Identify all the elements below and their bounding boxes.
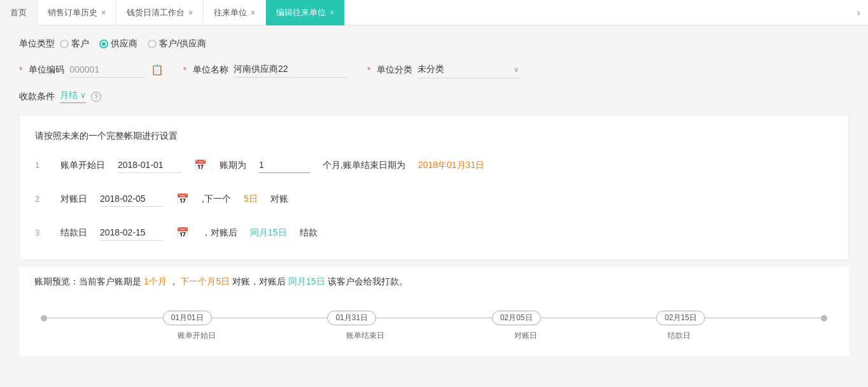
payment-condition-value: 月结	[60, 90, 78, 101]
payment-date-input[interactable]	[100, 225, 164, 241]
unit-type-radio-group: 客户 供应商 客户/供应商	[60, 38, 206, 50]
radio-supplier[interactable]: 供应商	[99, 38, 137, 50]
preview-sep2: 对账，对账后	[232, 276, 286, 286]
timeline-label-4: 结款日	[668, 330, 690, 341]
code-required-star: *	[19, 65, 22, 75]
unit-type-row: 单位类型 客户 供应商 客户/供应商	[19, 38, 849, 50]
preview-section: 账期预览：当前客户账期是 1个月 ， 下一个月5日 对账，对账后 同月15日 该…	[19, 265, 849, 298]
reconcile-date-input[interactable]	[100, 191, 164, 207]
timeline-label-2: 账单结束日	[346, 330, 384, 341]
reconcile-date-cal-icon[interactable]: 📅	[176, 193, 189, 205]
timeline-node-3: 02月05日	[492, 311, 541, 325]
timeline-section: 01月01日 01月31日 02月05日 02月15日	[19, 298, 849, 356]
timeline-line-1	[47, 318, 163, 318]
card-title: 请按照未来的一个完整帐期进行设置	[35, 130, 833, 142]
period-end-date-highlight: 2018年01月31日	[418, 160, 484, 171]
tab-home-label: 首页	[10, 7, 27, 18]
timeline-label-1: 账单开始日	[178, 330, 216, 341]
period-num-1: 1	[35, 160, 48, 170]
tab-bar: 首页 销售订单历史 × 钱货日清工作台 × 往来单位 × 编辑往来单位 × ›	[0, 0, 868, 25]
preview-label: 账期预览：当前客户账期是	[34, 276, 141, 286]
tab-sales-history[interactable]: 销售订单历史 ×	[38, 0, 116, 25]
payment-date-cal-icon[interactable]: 📅	[176, 227, 189, 239]
radio-supplier-circle	[99, 39, 108, 48]
reconcile-prefix: ,下一个	[202, 194, 231, 205]
timeline-label-3: 对账日	[514, 330, 537, 341]
period-num-3: 3	[35, 228, 48, 237]
payment-suffix: 结款	[300, 227, 318, 239]
timeline-node-1: 01月01日	[163, 311, 212, 325]
tab-home[interactable]: 首页	[0, 0, 38, 25]
payment-condition-label: 收款条件	[19, 91, 55, 102]
tab-partners[interactable]: 往来单位 ×	[204, 0, 266, 25]
tab-edit-partner-label: 编辑往来单位	[276, 7, 326, 18]
timeline-sublabel-4: 结款日	[668, 330, 690, 341]
payment-date-label: 结款日	[60, 227, 87, 239]
timeline-node-4: 02月15日	[656, 311, 705, 325]
preview-part2: 下一个月5日	[180, 276, 230, 286]
unit-category-label: 单位分类	[377, 64, 412, 76]
timeline-node-4-badge: 02月15日	[656, 311, 705, 325]
radio-customer-label: 客户	[71, 38, 89, 50]
unit-name-input[interactable]	[234, 62, 348, 78]
tab-edit-partner-close[interactable]: ×	[330, 8, 334, 17]
tab-edit-partner[interactable]: 编辑往来单位 ×	[266, 0, 345, 25]
copy-icon[interactable]: 📋	[151, 64, 164, 76]
tab-partners-close[interactable]: ×	[251, 8, 255, 17]
payment-help-icon[interactable]: ?	[91, 92, 101, 102]
category-required-star: *	[367, 65, 370, 75]
timeline-line-4	[541, 318, 657, 318]
unit-category-select[interactable]: 未分类 ∨	[417, 61, 519, 78]
preview-suffix: 该客户会给我打款。	[328, 276, 408, 286]
period-card: 请按照未来的一个完整帐期进行设置 1 账单开始日 📅 账期为 个月,账单结束日期…	[19, 115, 849, 260]
timeline-left-dot	[41, 315, 47, 321]
reconcile-date-label: 对账日	[60, 194, 87, 205]
period-for-label: 账期为	[220, 160, 246, 171]
main-content: 单位类型 客户 供应商 客户/供应商 * 单位编码	[0, 25, 868, 387]
payment-prefix: ，对账后	[202, 227, 237, 239]
tab-partners-label: 往来单位	[214, 7, 247, 18]
unit-code-label: 单位编码	[29, 64, 64, 76]
timeline-right-dot	[821, 315, 827, 321]
radio-both-label: 客户/供应商	[159, 38, 206, 50]
period-row-1: 1 账单开始日 📅 账期为 个月,账单结束日期为 2018年01月31日	[35, 157, 833, 173]
timeline-line-3	[376, 318, 492, 318]
timeline-node-2: 01月31日	[327, 311, 376, 325]
unit-name-group: * 单位名称	[183, 62, 347, 78]
payment-dropdown-icon[interactable]: ∨	[80, 91, 86, 100]
timeline-sublabel-1: 账单开始日	[178, 330, 216, 341]
name-required-star: *	[183, 65, 186, 75]
preview-part3: 同月15日	[288, 276, 325, 286]
unit-code-group: * 单位编码 📋	[19, 62, 164, 78]
timeline-node-3-badge: 02月05日	[492, 311, 541, 325]
start-date-input[interactable]	[118, 157, 181, 173]
unit-category-group: * 单位分类 未分类 ∨	[367, 61, 519, 78]
tab-sales-history-close[interactable]: ×	[101, 8, 106, 17]
timeline-node-1-badge: 01月01日	[163, 311, 212, 325]
unit-code-input[interactable]	[69, 62, 146, 78]
tab-workbench[interactable]: 钱货日清工作台 ×	[116, 0, 204, 25]
radio-both-circle	[148, 39, 157, 48]
start-date-cal-icon[interactable]: 📅	[194, 159, 207, 171]
unit-info-row: * 单位编码 📋 * 单位名称 * 单位分类 未分类 ∨	[19, 61, 849, 78]
period-value-input[interactable]	[259, 157, 310, 173]
payment-row: 收款条件 月结 ∨ ?	[19, 90, 849, 103]
preview-part1: 1个月	[144, 276, 167, 286]
tab-workbench-label: 钱货日清工作台	[127, 7, 185, 18]
start-date-label: 账单开始日	[60, 160, 105, 171]
unit-type-label: 单位类型	[19, 38, 55, 50]
radio-customer[interactable]: 客户	[60, 38, 89, 50]
tab-workbench-close[interactable]: ×	[188, 8, 193, 17]
period-num-2: 2	[35, 194, 48, 204]
category-dropdown-icon: ∨	[514, 65, 519, 74]
tab-more-button[interactable]: ›	[850, 7, 868, 18]
timeline-sublabel-3: 对账日	[514, 330, 537, 341]
timeline-line-5	[705, 318, 821, 318]
timeline-sublabel-2: 账单结束日	[346, 330, 384, 341]
period-row-3: 3 结款日 📅 ，对账后 同月15日 结款	[35, 225, 833, 241]
timeline-node-2-badge: 01月31日	[327, 311, 376, 325]
radio-both[interactable]: 客户/供应商	[148, 38, 206, 50]
tab-sales-history-label: 销售订单历史	[48, 7, 97, 18]
reconcile-highlight: 5日	[244, 194, 258, 205]
reconcile-suffix: 对账	[270, 194, 288, 205]
